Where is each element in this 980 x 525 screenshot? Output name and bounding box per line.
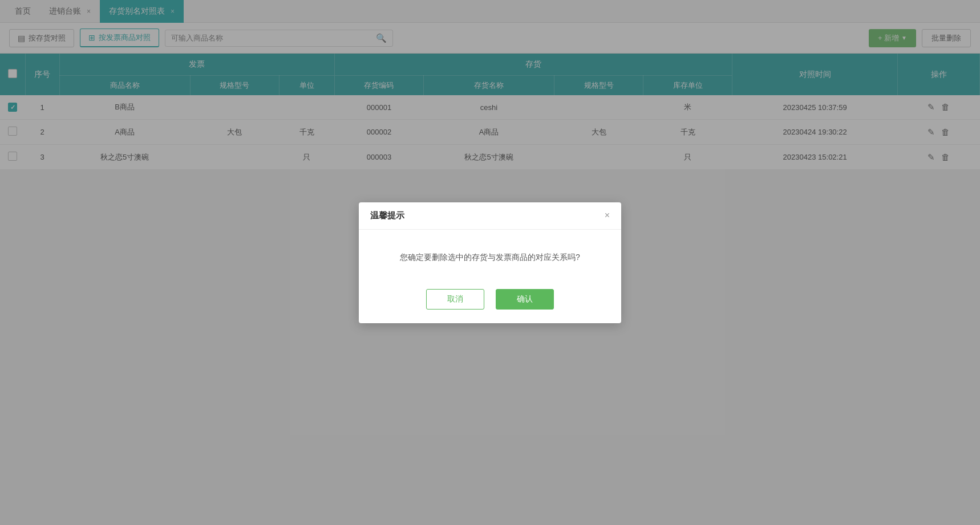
page-content: 序号 发票 存货 对照时间 操作 商品名称 规格型号 单位 存货编码 存货名称 … (0, 54, 980, 170)
modal-overlay: 温馨提示 × 您确定要删除选中的存货与发票商品的对应关系吗? 取消 确认 (0, 0, 980, 170)
